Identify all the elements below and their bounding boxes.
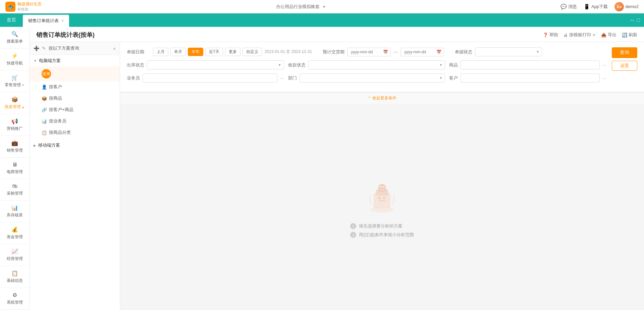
workspace-name: 办公用品行业模拟账套 <box>276 4 320 10</box>
settings-btn[interactable]: 设置 <box>612 61 637 71</box>
tab-active[interactable]: 销售订单统计表 × <box>23 15 69 27</box>
system-icon: ⚙ <box>12 292 17 298</box>
bill-status-select[interactable] <box>475 47 542 56</box>
sales-icon: 💼 <box>11 140 18 146</box>
page-actions: ❓ 帮助 🖨 按模板打印 ▼ 📤 导出 🔄 刷新 <box>543 32 637 38</box>
scheme-item-goods[interactable]: 📦 按商品 <box>30 93 120 104</box>
minimize-btn[interactable]: ─ <box>630 17 634 23</box>
active-scheme-icon: 按单 <box>42 69 51 79</box>
scheme-item-salesman[interactable]: 📊 按业务员 <box>30 115 120 127</box>
this-year-btn[interactable]: 本年 <box>188 48 203 56</box>
pc-section-header[interactable]: ▼ 电脑端方案 <box>30 55 120 66</box>
help-btn[interactable]: ❓ 帮助 <box>543 32 558 38</box>
empty-tip-2: 2 用[过滤]条件来缩小分析范围 <box>350 232 414 238</box>
scheme-item-customer-goods[interactable]: 🔗 按客户+商品 <box>30 104 120 115</box>
scheme-item-customer[interactable]: 👤 按客户 <box>30 81 120 93</box>
goods-scheme-label: 按商品 <box>49 95 62 101</box>
logo-icon: 🐟 <box>5 2 15 12</box>
tip-text-1: 请先选择要分析的方案 <box>359 223 402 229</box>
goods-more-btn[interactable]: ··· <box>602 62 606 68</box>
sidebar-item-purchase[interactable]: 🛍 采购管理 <box>0 179 29 201</box>
goods-input[interactable] <box>461 60 600 69</box>
customer-more-btn[interactable]: ··· <box>602 75 606 81</box>
sidebar-item-marketing[interactable]: 📢 营销推广 <box>0 114 29 136</box>
date-range-display: 2023-01-01 至 2023-12-31 <box>265 49 312 55</box>
page-header: 销售订单统计表(按单) ❓ 帮助 🖨 按模板打印 ▼ 📤 导出 🔄 刷新 <box>30 27 644 42</box>
app-download-btn[interactable]: 📱 App下载 <box>584 4 608 10</box>
collapse-panel-btn[interactable]: « <box>113 46 116 51</box>
tip-num-1: 1 <box>350 223 356 229</box>
date-start-icon: 📅 <box>383 50 388 54</box>
sidebar-item-finance[interactable]: 💰 资金管理 <box>0 222 29 244</box>
empty-tip-1: 1 请先选择要分析的方案 <box>350 223 414 229</box>
tab-close-btn[interactable]: × <box>61 18 64 23</box>
tab-home[interactable]: 首页 <box>0 13 23 27</box>
collapse-more-btn[interactable]: ⌃ 收起更多条件 <box>120 92 644 104</box>
sidebar-item-basicinfo[interactable]: 📋 基础信息 <box>0 266 29 288</box>
customer-input[interactable] <box>461 73 600 83</box>
username: demo2 <box>625 4 639 9</box>
collection-status-select[interactable] <box>308 60 445 69</box>
empty-tips: 1 请先选择要分析的方案 2 用[过滤]条件来缩小分析范围 <box>350 223 414 238</box>
workspace-area[interactable]: 办公用品行业模拟账套 ▼ <box>276 4 326 10</box>
this-month-btn[interactable]: 本月 <box>170 48 186 56</box>
scheme-item-active[interactable]: 按单 <box>30 66 120 81</box>
salesman-more-btn[interactable]: ··· <box>280 75 284 81</box>
wholesale-arrow: ▲ <box>21 105 24 109</box>
last-7-days-btn[interactable]: 近7天 <box>205 48 223 56</box>
sidebar-item-system[interactable]: ⚙ 系统管理 <box>0 288 29 310</box>
operations-icon: 📈 <box>11 248 18 255</box>
bill-status-label: 单据状态 <box>455 49 472 55</box>
tip-num-2: 2 <box>350 232 356 238</box>
last-month-btn[interactable]: 上月 <box>153 48 168 56</box>
sidebar-item-inventory[interactable]: 📊 库存核算 <box>0 201 29 222</box>
workspace-arrow[interactable]: ▼ <box>322 5 326 9</box>
ship-status-select[interactable] <box>147 60 284 69</box>
sidebar-item-ecommerce[interactable]: 🖥 电商管理 <box>0 158 29 179</box>
purchase-icon: 🛍 <box>12 183 17 189</box>
customer-goods-icon: 🔗 <box>42 107 47 112</box>
category-scheme-icon: 📋 <box>42 130 47 135</box>
query-btn[interactable]: 查询 <box>612 47 637 58</box>
sidebar-item-search[interactable]: 🔍 搜索菜单 <box>0 27 29 49</box>
top-right-actions: 💬 消息 📱 App下载 Ea demo2 <box>560 2 639 11</box>
sidebar-item-retail[interactable]: 🛒 零售管理 ▼ <box>0 70 29 92</box>
split-layout: ➕ ✎ 按以下方案查询 « ▼ 电脑端方案 按单 👤 按客户 <box>30 42 644 310</box>
svg-point-4 <box>380 186 381 188</box>
quicknav-icon: ⚡ <box>11 53 18 59</box>
edit-scheme-btn[interactable]: ✎ <box>42 46 46 51</box>
message-btn[interactable]: 💬 消息 <box>560 4 577 10</box>
maximize-btn[interactable]: □ <box>637 17 640 23</box>
add-scheme-btn[interactable]: ➕ <box>34 46 39 51</box>
help-icon: ❓ <box>543 33 548 38</box>
template-print-btn[interactable]: 🖨 按模板打印 ▼ <box>564 32 596 38</box>
logo-text: 畅捷通好生意 标账版 <box>17 2 42 12</box>
salesman-input[interactable] <box>143 73 277 83</box>
goods-label: 商品 <box>449 62 458 68</box>
message-icon: 💬 <box>560 4 567 10</box>
main-layout: 🔍 搜索菜单 ⚡ 快捷导航 🛒 零售管理 ▼ 📦 批发管理 ▲ 📢 营销推广 <box>0 27 644 310</box>
svg-rect-6 <box>378 197 381 199</box>
user-area[interactable]: Ea demo2 <box>614 2 639 11</box>
export-btn[interactable]: 📤 导出 <box>601 32 616 38</box>
content-area: 销售订单统计表(按单) ❓ 帮助 🖨 按模板打印 ▼ 📤 导出 🔄 刷新 <box>30 27 644 310</box>
custom-date-btn[interactable]: 自定义 <box>243 48 262 56</box>
page-title: 销售订单统计表(按单) <box>36 31 95 39</box>
salesman-label: 业务员 <box>127 75 140 81</box>
tab-bar-right: ─ □ <box>630 17 644 23</box>
sidebar-item-operations[interactable]: 📈 经营管理 <box>0 244 29 266</box>
sidebar-item-sales[interactable]: 💼 销售管理 <box>0 136 29 158</box>
sidebar: 🔍 搜索菜单 ⚡ 快捷导航 🛒 零售管理 ▼ 📦 批发管理 ▲ 📢 营销推广 <box>0 27 30 310</box>
sidebar-item-quicknav[interactable]: ⚡ 快捷导航 <box>0 49 29 70</box>
pc-section-arrow: ▼ <box>34 59 37 63</box>
mobile-section-header[interactable]: ▶ 移动端方案 <box>30 140 120 151</box>
logo-area: 🐟 畅捷通好生意 标账版 <box>5 2 42 12</box>
department-select[interactable] <box>300 73 445 83</box>
refresh-btn[interactable]: 🔄 刷新 <box>622 32 637 38</box>
tip-text-2: 用[过滤]条件来缩小分析范围 <box>359 232 414 238</box>
scheme-item-category[interactable]: 📋 按商品分类 <box>30 127 120 138</box>
sidebar-item-wholesale[interactable]: 📦 批发管理 ▲ <box>0 92 29 114</box>
more-date-btn[interactable]: 更多 <box>225 48 240 56</box>
svg-rect-7 <box>383 197 385 199</box>
top-header: 🐟 畅捷通好生意 标账版 办公用品行业模拟账套 ▼ 💬 消息 📱 App下载 E… <box>0 0 644 13</box>
